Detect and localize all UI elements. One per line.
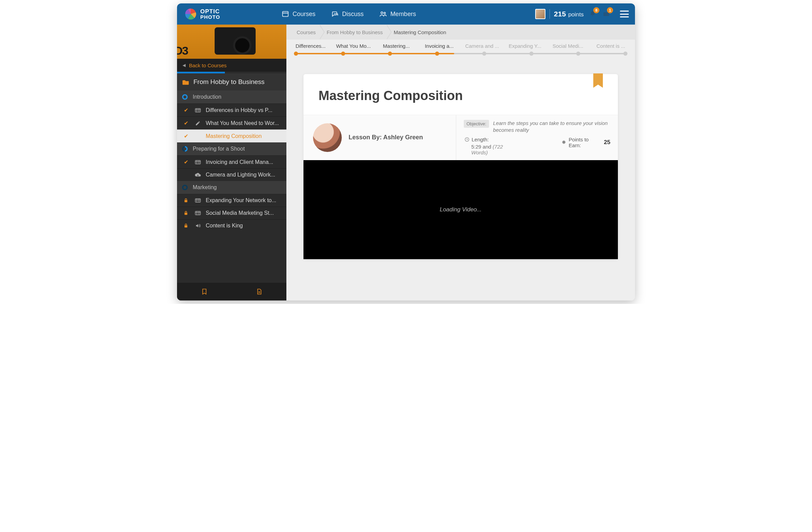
messages-button[interactable]: 1 xyxy=(601,10,611,18)
length-stat: Length: 5:29 and (722 Words) xyxy=(464,137,520,155)
section-header[interactable]: Introduction xyxy=(177,90,286,103)
notification-badge: 8 xyxy=(593,7,599,13)
folder-icon xyxy=(182,79,189,85)
progress-dot xyxy=(294,52,298,56)
progress-step[interactable]: Differences... xyxy=(289,43,332,49)
breadcrumb-item[interactable]: Mastering Composition xyxy=(388,29,451,35)
section-header[interactable]: Marketing xyxy=(177,181,286,194)
lesson-title: Mastering Composition xyxy=(319,88,603,103)
svg-rect-17 xyxy=(195,199,201,202)
clock-icon xyxy=(464,137,470,142)
logo[interactable]: OPTIC PHOTO xyxy=(185,8,220,20)
lesson-item[interactable]: Content is King xyxy=(177,219,286,232)
starburst-icon xyxy=(561,140,567,145)
logo-text: OPTIC PHOTO xyxy=(200,9,220,19)
progress-step[interactable]: Invoicing a... xyxy=(418,43,461,49)
document-icon[interactable] xyxy=(256,288,262,295)
lesson-item[interactable]: ✔What You Most Need to Wor... xyxy=(177,116,286,129)
nav-members[interactable]: Members xyxy=(379,10,416,18)
back-to-courses[interactable]: ◀ Back to Courses xyxy=(177,59,286,72)
chevron-left-icon: ◀ xyxy=(182,63,186,68)
progress-step[interactable]: Social Medi... xyxy=(546,43,590,49)
progress-step[interactable]: Content is ... xyxy=(590,43,633,49)
avatar[interactable] xyxy=(535,9,545,19)
aperture-icon xyxy=(185,8,197,20)
chat-icon xyxy=(331,10,339,18)
svg-point-4 xyxy=(384,12,385,14)
lesson-byline: Lesson By: Ashley Green xyxy=(349,134,423,141)
progress-step[interactable]: What You Mo... xyxy=(332,43,375,49)
lesson-card: Mastering Composition Lesson By: Ashley … xyxy=(303,74,618,259)
svg-rect-22 xyxy=(195,211,201,215)
nav-courses[interactable]: Courses xyxy=(282,10,315,18)
svg-rect-16 xyxy=(185,200,187,202)
objective-label: Objective: xyxy=(464,120,489,128)
video-player[interactable]: Loading Video... xyxy=(303,160,618,259)
course-hero: D3 xyxy=(177,25,286,59)
progress-step[interactable]: Camera and ... xyxy=(461,43,504,49)
lesson-item[interactable]: Camera and Lighting Work... xyxy=(177,168,286,181)
people-icon xyxy=(379,10,387,18)
breadcrumb-item[interactable]: Courses xyxy=(291,29,321,35)
topbar: OPTIC PHOTO Courses Discuss Members 215 … xyxy=(177,3,635,25)
nav-discuss[interactable]: Discuss xyxy=(331,10,364,18)
notifications-button[interactable]: 8 xyxy=(588,10,597,18)
sidebar: D3 ◀ Back to Courses From Hobby to Busin… xyxy=(177,25,286,300)
lesson-item[interactable]: Expanding Your Network to... xyxy=(177,194,286,207)
breadcrumb-item[interactable]: From Hobby to Business xyxy=(321,29,388,35)
bookmark-icon[interactable] xyxy=(201,288,208,295)
messages-badge: 1 xyxy=(607,7,613,13)
instructor-avatar xyxy=(313,123,342,152)
points-display: 215 points xyxy=(554,10,584,18)
lesson-item[interactable]: ✔Mastering Composition xyxy=(177,129,286,142)
lesson-item[interactable]: Social Media Marketing St... xyxy=(177,207,286,219)
svg-rect-11 xyxy=(195,160,201,164)
progress-step[interactable]: Mastering... xyxy=(375,43,418,49)
breadcrumb: CoursesFrom Hobby to BusinessMastering C… xyxy=(286,25,635,40)
sidebar-footer xyxy=(177,283,286,300)
book-icon xyxy=(282,10,289,18)
course-title: From Hobby to Business xyxy=(177,73,286,90)
svg-point-5 xyxy=(183,95,187,99)
menu-button[interactable] xyxy=(620,11,629,17)
progress-dot xyxy=(623,52,627,56)
lesson-item[interactable]: ✔Invoicing and Client Mana... xyxy=(177,155,286,168)
progress-dot xyxy=(435,52,439,56)
progress-dot xyxy=(341,52,345,56)
progress-dot xyxy=(388,52,392,56)
svg-rect-26 xyxy=(185,225,187,227)
points-stat: Points to Earn: 25 xyxy=(561,137,610,155)
progress-tracker: Differences...What You Mo...Mastering...… xyxy=(286,40,635,64)
objective-text: Learn the steps you can take to ensure y… xyxy=(493,120,610,134)
svg-rect-21 xyxy=(185,213,187,215)
progress-dot xyxy=(529,52,533,56)
svg-rect-1 xyxy=(283,12,288,17)
lesson-item[interactable]: ✔Differences in Hobby vs P... xyxy=(177,103,286,116)
progress-dot xyxy=(482,52,486,56)
section-header[interactable]: Preparing for a Shoot xyxy=(177,142,286,155)
svg-rect-6 xyxy=(195,108,201,112)
svg-point-15 xyxy=(183,185,187,190)
progress-dot xyxy=(576,52,580,56)
main: CoursesFrom Hobby to BusinessMastering C… xyxy=(286,25,635,300)
svg-point-3 xyxy=(381,12,383,14)
progress-step[interactable]: Expanding Y... xyxy=(504,43,547,49)
